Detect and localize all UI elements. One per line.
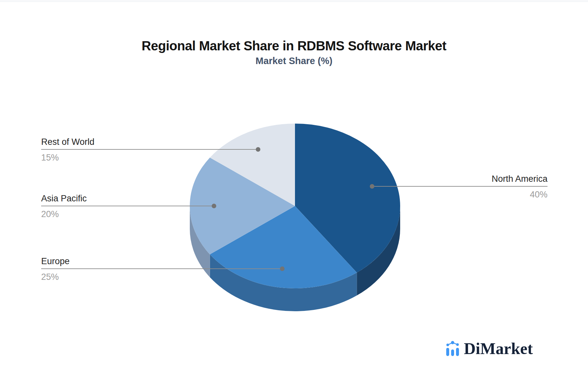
slice-label-name: Europe bbox=[41, 256, 70, 267]
bar-line-chart-icon bbox=[445, 340, 460, 357]
brand-name: DiMarket bbox=[464, 339, 533, 358]
pie-chart bbox=[0, 0, 588, 391]
slice-label-pct: 20% bbox=[41, 209, 59, 220]
slice-label-pct: 40% bbox=[530, 189, 547, 200]
slice-label-name: North America bbox=[492, 173, 547, 184]
leader-dot bbox=[212, 204, 216, 208]
leader-dot bbox=[370, 184, 374, 189]
slice-label-pct: 25% bbox=[41, 271, 59, 282]
slice-label-pct: 15% bbox=[41, 152, 59, 163]
slice-label-name: Rest of World bbox=[41, 136, 94, 147]
leader-dot bbox=[256, 147, 260, 152]
leader-dot bbox=[280, 266, 285, 271]
brand-logo: DiMarket bbox=[445, 339, 533, 358]
slice-label-name: Asia Pacific bbox=[41, 193, 87, 204]
